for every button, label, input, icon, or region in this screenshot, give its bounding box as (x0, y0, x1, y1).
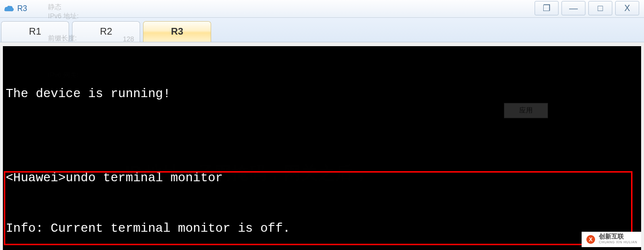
window-controls: ❐ — □ X (535, 1, 639, 15)
watermark: X 创新互联 CHUANG XIN HULIAN (582, 232, 641, 247)
tab-label: R2 (100, 26, 112, 37)
tab-label: R3 (171, 26, 183, 37)
watermark-logo-icon: X (585, 234, 596, 245)
watermark-logo-letter: X (589, 237, 592, 242)
window-frame: R3 ❐ — □ X 静态 R1 R2 R3 IPv6 (0, 0, 644, 250)
minimize-button[interactable]: — (561, 1, 585, 15)
close-button[interactable]: X (615, 1, 639, 15)
tab-r2[interactable]: R2 (72, 21, 140, 42)
app-icon (3, 4, 14, 13)
terminal-line: The device is running! (6, 86, 638, 102)
tab-r3[interactable]: R3 (143, 21, 211, 42)
title-bar: R3 ❐ — □ X (0, 0, 644, 18)
terminal-line: Info: Current terminal monitor is off. (6, 220, 638, 237)
maximize-icon: □ (598, 3, 603, 13)
tab-strip: R1 R2 R3 IPv6 地址: 前缀长度: 128 (0, 18, 644, 42)
tab-label: R1 (29, 26, 41, 37)
overlap-button[interactable]: ❐ (535, 1, 559, 15)
overlap-icon: ❐ (543, 3, 550, 13)
close-icon: X (624, 3, 630, 13)
minimize-icon: — (569, 3, 578, 13)
maximize-button[interactable]: □ (588, 1, 612, 15)
terminal-output[interactable]: The device is running! <Huawei>undo term… (3, 46, 641, 250)
watermark-cn: 创新互联 (599, 234, 637, 239)
window-title: R3 (17, 4, 27, 13)
watermark-text: 创新互联 CHUANG XIN HULIAN (599, 234, 637, 245)
tab-r1[interactable]: R1 (1, 21, 69, 42)
terminal-line: <Huawei>undo terminal monitor (6, 170, 638, 187)
watermark-en: CHUANG XIN HULIAN (599, 239, 637, 245)
